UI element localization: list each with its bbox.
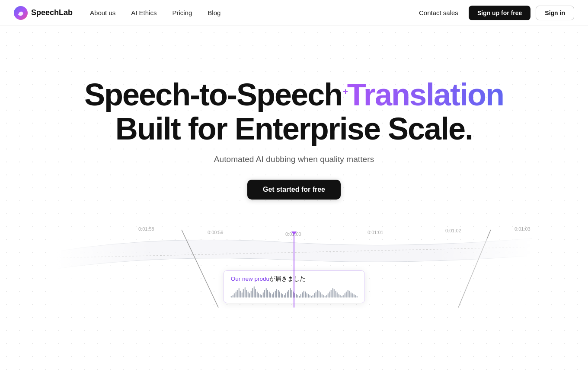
- hero-section: Speech-to-Speech+Translation Built for E…: [0, 26, 588, 371]
- hero-content: Speech-to-Speech+Translation Built for E…: [84, 26, 504, 200]
- waveform-bar: [238, 288, 239, 298]
- waveform-bar: [297, 295, 298, 298]
- waveform-bar: [308, 294, 309, 298]
- waveform-bar: [294, 293, 295, 298]
- waveform-bar: [334, 289, 335, 298]
- waveform-bar: [273, 292, 274, 298]
- nav-link-blog[interactable]: Blog: [208, 9, 220, 16]
- sparkle-icon: +: [343, 87, 347, 96]
- waveform-bar: [316, 292, 316, 298]
- hero-cta: Get started for free: [84, 180, 504, 200]
- hero-title-part2: Translation: [347, 77, 504, 112]
- waveform-bar: [231, 296, 232, 298]
- waveform-bar: [310, 295, 310, 298]
- waveform-bar: [270, 293, 271, 298]
- playhead: [294, 234, 294, 308]
- nav-links: About us AI Ethics Pricing Blog: [90, 9, 220, 17]
- waveform-bar: [314, 293, 315, 298]
- timestamp-4: 0:01:01: [368, 230, 383, 235]
- waveform-bar: [320, 292, 321, 298]
- waveform-bar: [353, 294, 354, 298]
- waveform-bar: [346, 292, 347, 298]
- waveform-bar: [319, 291, 320, 298]
- nav-link-about[interactable]: About us: [90, 9, 115, 16]
- waveform-bar: [337, 292, 338, 298]
- waveform-bar: [278, 290, 278, 298]
- waveform-bar: [338, 294, 339, 298]
- logo-link[interactable]: SpeechLab: [14, 6, 73, 20]
- waveform-bar: [288, 290, 289, 298]
- waveform-bar: [299, 296, 300, 298]
- waveform-bar: [344, 293, 345, 298]
- waveform-bar: [355, 295, 356, 298]
- hero-title-line2: Built for Enterprise Scale.: [115, 111, 473, 146]
- waveform-bar: [281, 293, 281, 298]
- waveform-bar: [252, 288, 253, 298]
- waveform-bar: [323, 295, 324, 298]
- nav-right: Contact sales Sign up for free Sign in: [414, 6, 574, 20]
- waveform-bar: [275, 291, 275, 298]
- subtitle-text-jp: が届きました: [269, 276, 306, 282]
- waveform-bar: [272, 294, 272, 298]
- waveform-bar: [255, 289, 256, 298]
- waveform-bar: [311, 296, 312, 298]
- waveform-bar: [250, 291, 251, 298]
- waveform-bar: [291, 290, 292, 298]
- contact-sales-button[interactable]: Contact sales: [414, 6, 463, 20]
- svg-line-3: [458, 230, 491, 308]
- signup-button[interactable]: Sign up for free: [469, 6, 530, 20]
- waveform-bar: [246, 290, 247, 298]
- waveform-bar: [322, 294, 323, 298]
- nav-link-ai-ethics[interactable]: AI Ethics: [131, 9, 157, 16]
- waveform-bar: [240, 291, 241, 298]
- waveform-bar: [307, 293, 307, 298]
- waveform-bar: [340, 295, 341, 298]
- waveform-bar: [234, 293, 235, 298]
- waveform-bar: [302, 292, 303, 298]
- waveform-bar: [235, 292, 236, 298]
- waveform-bar: [249, 293, 250, 298]
- waveform-bar: [349, 291, 350, 298]
- timestamp-5: 0:01:02: [445, 228, 461, 233]
- waveform-bar: [347, 290, 348, 298]
- waveform-bar: [285, 293, 286, 298]
- waveform-bar: [350, 292, 351, 298]
- waveform-bar: [284, 295, 284, 298]
- hero-title-part1: Speech-to-Speech: [84, 77, 342, 112]
- timestamp-1: 0:01:58: [138, 226, 154, 231]
- waveform-bar: [332, 288, 333, 298]
- waveform-bar: [356, 296, 357, 298]
- waveform-bar: [290, 288, 291, 298]
- waveform-bar: [296, 294, 297, 298]
- waveform-bar: [237, 290, 238, 298]
- waveform-bar: [331, 290, 332, 298]
- timestamp-2: 0:00:59: [208, 230, 224, 235]
- nav-link-pricing[interactable]: Pricing: [172, 9, 192, 16]
- waveform-bar: [335, 291, 336, 298]
- waveform-bar: [341, 296, 342, 298]
- get-started-button[interactable]: Get started for free: [247, 180, 341, 200]
- waveform-bar: [282, 294, 283, 298]
- waveform-bar: [328, 293, 329, 298]
- hero-title: Speech-to-Speech+Translation Built for E…: [84, 78, 504, 146]
- waveform-bar: [287, 292, 288, 298]
- timeline-outer: 0:01:58 0:00:59 0:01:00 0:01:01 0:01:02 …: [56, 225, 532, 312]
- waveform-bar: [300, 294, 301, 298]
- waveform-bar: [267, 290, 268, 298]
- waveform-bar: [244, 287, 245, 298]
- waveform-bar: [304, 291, 304, 298]
- logo-text: SpeechLab: [31, 8, 73, 17]
- waveform-bar: [268, 292, 269, 298]
- waveform-bar: [343, 295, 344, 298]
- waveform-bar: [247, 292, 248, 298]
- waveform-bar: [261, 295, 262, 298]
- signin-button[interactable]: Sign in: [536, 6, 574, 20]
- waveform-bar: [243, 289, 244, 298]
- waveform-bar: [262, 292, 263, 298]
- waveform-bar: [313, 295, 313, 298]
- timestamp-6: 0:01:03: [514, 226, 530, 231]
- speechlab-logo-icon: [14, 6, 28, 20]
- nav-left: SpeechLab About us AI Ethics Pricing Blo…: [14, 6, 220, 20]
- waveform-bar: [317, 290, 318, 298]
- waveform-bar: [279, 292, 280, 298]
